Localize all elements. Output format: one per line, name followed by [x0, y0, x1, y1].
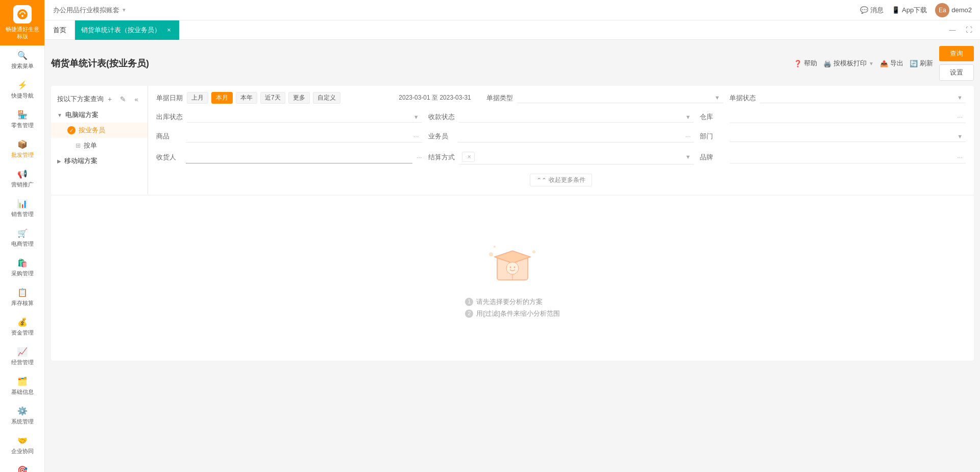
print-btn[interactable]: 🖨️ 按模板打印 ▼ [823, 59, 874, 68]
sidebar-item-system[interactable]: ⚙️ 系统管理 [0, 401, 44, 431]
date-btn-thismonth[interactable]: 本月 [211, 92, 233, 104]
sidebar-item-business[interactable]: 📈 经营管理 [0, 342, 44, 371]
doc-type-select[interactable]: ▼ [517, 92, 723, 103]
settlement-arrow-icon: ▼ [685, 154, 691, 160]
tab-home[interactable]: 首页 [45, 20, 75, 40]
message-btn[interactable]: 💬 消息 [860, 6, 884, 15]
scheme-header-title: 按以下方案查询 [57, 95, 104, 104]
filter-row-4: 收货人 ··· 结算方式 × ▼ [156, 150, 966, 164]
settlement-input[interactable]: × ▼ [459, 150, 694, 164]
empty-state: 1 请先选择要分析的方案 2 用[过滤]条件来缩小分析范围 [51, 196, 974, 361]
scheme-item-by-salesman[interactable]: ✓ 按业务员 [51, 123, 148, 138]
child-icon: ⊞ [76, 142, 81, 149]
tab-minimize-btn[interactable]: — [945, 23, 960, 37]
filter-date: 单据日期 上月 本月 本年 近7天 更多 自定义 [156, 92, 393, 104]
logo-area: 畅捷通好生意 标版 [0, 0, 44, 45]
sidebar-item-finance[interactable]: 💰 资金管理 [0, 312, 44, 342]
wholesale-icon: 📦 [17, 139, 28, 150]
export-btn[interactable]: 📤 导出 [880, 59, 903, 68]
help-btn[interactable]: ❓ 帮助 [794, 59, 817, 68]
receipt-status-arrow-icon: ▼ [685, 114, 691, 120]
sidebar-item-purchase[interactable]: 🛍️ 采购管理 [0, 253, 44, 282]
settlement-tag-close[interactable]: × [468, 153, 471, 160]
consignee-dots[interactable]: ··· [416, 153, 422, 161]
sidebar-item-guide[interactable]: 🎯 新手引导 [0, 460, 44, 472]
sidebar-item-retail[interactable]: 🏪 零售管理 [0, 105, 44, 134]
download-icon: 📱 [892, 6, 900, 14]
sidebar-item-collab[interactable]: 🤝 企业协同 [0, 431, 44, 460]
scheme-edit-btn[interactable]: ✎ [118, 94, 128, 104]
scheme-collapse-btn[interactable]: « [131, 94, 141, 104]
tab-close-btn[interactable]: × [165, 26, 173, 34]
sidebar-item-search-label: 搜索菜单 [11, 62, 34, 70]
empty-hints: 1 请先选择要分析的方案 2 用[过滤]条件来缩小分析范围 [465, 296, 559, 320]
filter-brand: 品牌 ··· [700, 151, 966, 163]
sidebar-item-sales[interactable]: 📊 销售管理 [0, 194, 44, 223]
desktop-arrow-icon: ▼ [57, 112, 62, 118]
sidebar-item-ecommerce[interactable]: 🛒 电商管理 [0, 223, 44, 253]
goods-input[interactable]: ··· [186, 130, 422, 143]
hint-line-1: 1 请先选择要分析的方案 [465, 296, 559, 308]
sidebar-item-search[interactable]: 🔍 搜索菜单 [0, 45, 44, 75]
sidebar-item-inventory[interactable]: 📋 库存核算 [0, 282, 44, 312]
out-status-select[interactable]: ▼ [187, 112, 422, 123]
sidebar-item-marketing[interactable]: 📢 营销推广 [0, 164, 44, 194]
main-wrapper: 办公用品行业模拟账套 ▼ 💬 消息 📱 App下载 Ea demo2 首页 [45, 0, 980, 472]
tab-maximize-btn[interactable]: ⛶ [962, 23, 976, 37]
help-icon: ❓ [794, 60, 802, 67]
filter-doc-status: 单据状态 ▼ [729, 92, 966, 103]
user-avatar-btn[interactable]: Ea demo2 [935, 3, 972, 17]
filter-panel: 单据日期 上月 本月 本年 近7天 更多 自定义 2023-03-01 至 20… [148, 86, 974, 195]
scheme-item-by-doc[interactable]: ⊞ 按单 [51, 138, 148, 153]
print-icon: 🖨️ [823, 60, 831, 67]
date-btn-custom[interactable]: 自定义 [313, 92, 340, 104]
refresh-btn[interactable]: 🔄 刷新 [910, 59, 933, 68]
scheme-icons: + ✎ « [105, 94, 141, 104]
warehouse-dots[interactable]: ··· [957, 113, 963, 121]
mobile-group-header[interactable]: ▶ 移动端方案 [51, 153, 148, 169]
page-header: 销货单统计表(按业务员) ❓ 帮助 🖨️ 按模板打印 ▼ 📤 导出 🔄 刷 [51, 46, 974, 81]
brand-input[interactable]: ··· [729, 151, 966, 163]
date-btn-thisyear[interactable]: 本年 [236, 92, 257, 104]
hint-line-2: 2 用[过滤]条件来缩小分析范围 [465, 308, 559, 319]
tab-active[interactable]: 销货单统计表（按业务员） × [75, 20, 179, 40]
svg-point-5 [510, 267, 511, 268]
set-button[interactable]: 设置 [939, 64, 974, 81]
content-area: 销货单统计表(按业务员) ❓ 帮助 🖨️ 按模板打印 ▼ 📤 导出 🔄 刷 [45, 40, 980, 472]
date-btn-7days[interactable]: 近7天 [260, 92, 285, 104]
filter-goods: 商品 ··· [156, 130, 422, 143]
warehouse-input[interactable]: ··· [729, 111, 966, 123]
filter-receipt-status: 收款状态 ▼ [428, 112, 694, 123]
collapse-up-icon: ⌃⌃ [536, 177, 547, 184]
filter-dept: 部门 ▼ [700, 131, 966, 142]
app-download-btn[interactable]: 📱 App下载 [892, 6, 927, 15]
scheme-header: 按以下方案查询 + ✎ « [51, 91, 148, 107]
dept-select[interactable]: ▼ [729, 131, 966, 142]
sidebar-item-quick-nav[interactable]: ⚡ 快捷导航 [0, 75, 44, 105]
collapse-conditions-btn[interactable]: ⌃⌃ 收起更多条件 [530, 174, 592, 186]
top-bar: 办公用品行业模拟账套 ▼ 💬 消息 📱 App下载 Ea demo2 [45, 0, 980, 20]
svg-point-7 [489, 252, 493, 256]
mobile-group-label: 移动端方案 [64, 156, 97, 166]
receipt-status-select[interactable]: ▼ [459, 112, 694, 123]
brand-dots[interactable]: ··· [957, 153, 963, 161]
sidebar-item-wholesale[interactable]: 📦 批发管理 [0, 134, 44, 164]
sidebar-item-basic-label: 基础信息 [11, 388, 34, 396]
account-dropdown[interactable]: 办公用品行业模拟账套 ▼ [53, 6, 127, 15]
desktop-group-header[interactable]: ▼ 电脑端方案 [51, 107, 148, 123]
sidebar-item-basic[interactable]: 🗂️ 基础信息 [0, 371, 44, 401]
salesman-dots[interactable]: ··· [685, 132, 691, 140]
salesman-input[interactable]: ··· [458, 130, 694, 143]
date-btn-lastmonth[interactable]: 上月 [187, 92, 208, 104]
sidebar-item-collab-label: 企业协同 [11, 447, 34, 455]
date-btn-more[interactable]: 更多 [288, 92, 310, 104]
consignee-input[interactable] [186, 151, 412, 163]
query-button[interactable]: 查询 [939, 46, 974, 61]
doc-status-select[interactable]: ▼ [760, 92, 966, 103]
goods-dots[interactable]: ··· [413, 132, 419, 140]
finance-icon: 💰 [17, 317, 28, 327]
retail-icon: 🏪 [17, 110, 28, 120]
avatar: Ea [935, 3, 949, 17]
scheme-add-btn[interactable]: + [105, 94, 115, 104]
top-bar-right: 💬 消息 📱 App下载 Ea demo2 [860, 3, 972, 17]
